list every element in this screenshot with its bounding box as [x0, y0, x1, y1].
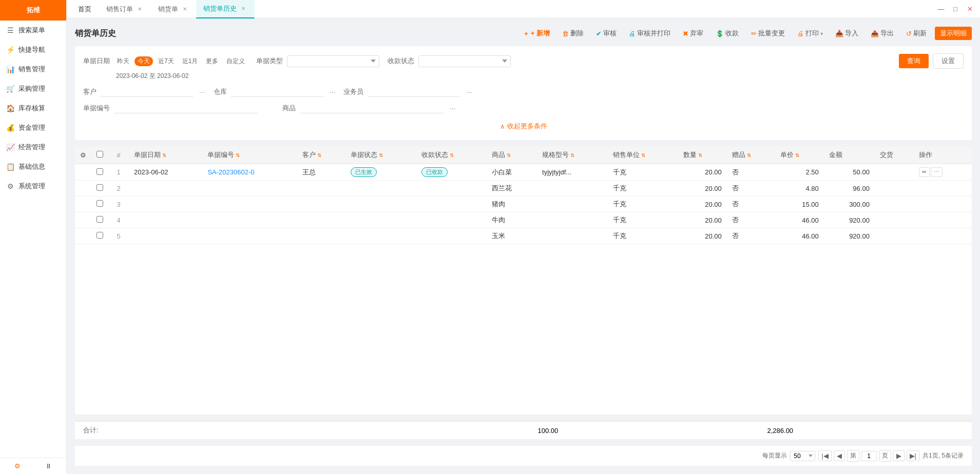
edit-button-row-0[interactable]: ✏ — [919, 167, 930, 177]
more-button-row-0[interactable]: ⋯ — [931, 167, 943, 177]
delete-button[interactable]: 🗑 删除 — [558, 27, 588, 40]
print-dropdown-icon: ▾ — [820, 31, 823, 36]
row-checkbox-3[interactable] — [97, 216, 103, 223]
table-container: ⚙ # 单据日期⇅ 单据编号⇅ 客户⇅ 单据状态⇅ 收款状态⇅ 商品⇅ 规格型号… — [75, 146, 972, 414]
import-button[interactable]: 📥 导入 — [831, 27, 862, 40]
sidebar-item-sys-mgmt[interactable]: ⚙ 系统管理 — [0, 176, 66, 196]
customer-more-icon[interactable]: ··· — [199, 88, 205, 96]
row-doc-num — [202, 228, 297, 244]
row-check-cell[interactable] — [91, 212, 108, 228]
set-button[interactable]: 设置 — [933, 53, 964, 69]
th-goods[interactable]: 商品⇅ — [487, 146, 537, 164]
th-doc-status[interactable]: 单据状态⇅ — [345, 146, 416, 164]
batch-change-button[interactable]: ✏ 批量变更 — [747, 27, 789, 40]
staff-input[interactable] — [368, 87, 460, 97]
query-button[interactable]: 查询 — [899, 54, 929, 68]
summary-row: 合计: 100.00 2,286.00 — [83, 426, 964, 435]
th-price[interactable]: 单价⇅ — [775, 146, 824, 164]
th-gift[interactable]: 赠品⇅ — [727, 146, 776, 164]
row-collect-status — [416, 181, 487, 196]
close-sales-history-tab[interactable]: ✕ — [240, 5, 247, 12]
select-all-checkbox[interactable] — [97, 151, 103, 157]
page-number-input[interactable] — [861, 451, 877, 461]
th-collect-status[interactable]: 收款状态⇅ — [416, 146, 487, 164]
sidebar-item-stock-calc[interactable]: 🏠 库存核算 — [0, 98, 66, 118]
close-sales-order-tab[interactable]: ✕ — [136, 6, 143, 13]
doc-type-select[interactable] — [287, 55, 379, 67]
show-detail-button[interactable]: 显示明细 — [935, 27, 972, 40]
collect-status-select[interactable] — [418, 55, 511, 67]
doc-num-input[interactable] — [114, 103, 258, 113]
th-check[interactable] — [91, 146, 108, 164]
sidebar-toggle-icon[interactable]: ⏸ — [45, 462, 52, 470]
row-doc-num[interactable]: SA-20230602-0 — [202, 164, 297, 181]
maximize-icon[interactable]: □ — [949, 3, 962, 15]
th-qty[interactable]: 数量⇅ — [678, 146, 727, 164]
th-doc-num[interactable]: 单据编号⇅ — [202, 146, 297, 164]
row-doc-num — [202, 181, 297, 196]
customer-input[interactable] — [101, 87, 193, 97]
date-tag-7days[interactable]: 近7天 — [155, 56, 177, 66]
row-amount: 920.00 — [824, 228, 875, 244]
th-setting[interactable]: ⚙ — [75, 146, 91, 164]
per-page-select[interactable]: 50 100 — [790, 451, 815, 461]
sidebar-item-search-menu[interactable]: ☰ 搜索菜单 — [0, 21, 66, 40]
tab-home[interactable]: 首页 — [71, 0, 99, 18]
th-spec[interactable]: 规格型号⇅ — [537, 146, 608, 164]
audit-button[interactable]: ✔ 审核 — [592, 27, 621, 40]
row-gift: 否 — [727, 228, 776, 244]
page-last-button[interactable]: ▶| — [907, 450, 919, 461]
tab-sales-history[interactable]: 销货单历史 ✕ — [196, 0, 255, 18]
page-next-button[interactable]: ▶ — [893, 450, 905, 461]
warehouse-input[interactable] — [231, 87, 323, 97]
sidebar-item-sales-mgmt[interactable]: 📊 销售管理 — [0, 60, 66, 79]
settings-gear-icon[interactable]: ⚙ — [14, 462, 21, 470]
sort-qty-icon: ⇅ — [698, 152, 702, 158]
row-setting-cell — [75, 164, 91, 181]
warehouse-more-icon[interactable]: ··· — [330, 88, 336, 96]
goods-more-icon[interactable]: ··· — [450, 104, 456, 112]
sidebar-bottom-icons[interactable]: ⚙ ⏸ — [0, 458, 66, 474]
tab-sales-order[interactable]: 销售订单 ✕ — [99, 0, 151, 18]
date-tag-yesterday[interactable]: 昨天 — [114, 56, 132, 66]
filter-row-1: 单据日期 昨天 今天 近7天 近1月 更多 自定义 单据类型 — [83, 53, 964, 69]
row-check-cell[interactable] — [91, 181, 108, 196]
goods-input[interactable] — [300, 103, 444, 113]
export-button[interactable]: 📤 导出 — [867, 27, 898, 40]
th-doc-date[interactable]: 单据日期⇅ — [129, 146, 202, 164]
refresh-button[interactable]: ↺ 刷新 — [902, 27, 931, 40]
new-button[interactable]: + + 新增 — [520, 27, 554, 40]
minimize-icon[interactable]: — — [935, 3, 947, 15]
collect-button[interactable]: 💲 收款 — [712, 27, 743, 40]
th-customer[interactable]: 客户⇅ — [297, 146, 346, 164]
row-check-cell[interactable] — [91, 196, 108, 212]
page-first-button[interactable]: |◀ — [818, 450, 831, 461]
abandon-button[interactable]: ✖ 弃审 — [679, 27, 707, 40]
audit-print-button[interactable]: 🖨 审核并打印 — [625, 27, 675, 40]
filter-staff: 业务员 ··· — [343, 87, 472, 97]
close-sales-invoice-tab[interactable]: ✕ — [181, 6, 188, 13]
collapse-filter-button[interactable]: ∧ 收起更多条件 — [83, 120, 964, 133]
row-checkbox-2[interactable] — [97, 200, 103, 207]
date-tag-custom[interactable]: 自定义 — [223, 56, 248, 66]
date-tag-today[interactable]: 今天 — [134, 56, 153, 66]
date-tag-1month[interactable]: 近1月 — [179, 56, 201, 66]
row-check-cell[interactable] — [91, 228, 108, 244]
sidebar-item-finance-mgmt[interactable]: 💰 资金管理 — [0, 118, 66, 137]
row-checkbox-4[interactable] — [97, 232, 103, 239]
sidebar-item-ops-mgmt[interactable]: 📈 经营管理 — [0, 137, 66, 157]
close-window-icon[interactable]: ✕ — [964, 3, 976, 15]
row-checkbox-0[interactable] — [97, 168, 103, 175]
sidebar-item-purchase-mgmt[interactable]: 🛒 采购管理 — [0, 79, 66, 98]
row-checkbox-1[interactable] — [97, 184, 103, 191]
row-check-cell[interactable] — [91, 164, 108, 181]
sidebar-item-base-info[interactable]: 📋 基础信息 — [0, 157, 66, 176]
tab-sales-invoice[interactable]: 销货单 ✕ — [151, 0, 196, 18]
date-tag-more[interactable]: 更多 — [203, 56, 221, 66]
sidebar-item-quick-nav[interactable]: ⚡ 快捷导航 — [0, 40, 66, 60]
th-unit[interactable]: 销售单位⇅ — [608, 146, 679, 164]
page-prev-button[interactable]: ◀ — [834, 450, 845, 461]
print-button[interactable]: 🖨 打印 ▾ — [793, 27, 827, 40]
sort-spec-icon: ⇅ — [570, 152, 574, 158]
staff-more-icon[interactable]: ··· — [466, 88, 472, 96]
